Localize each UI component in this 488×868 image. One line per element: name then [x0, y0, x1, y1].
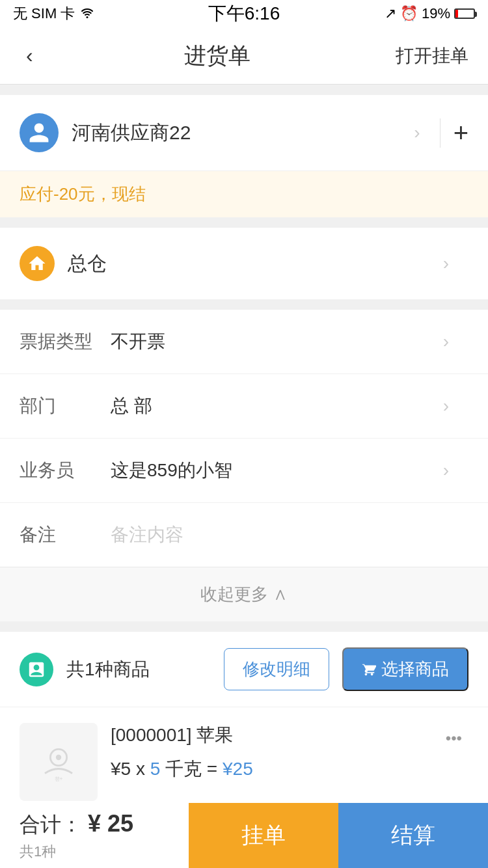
price-separator: x [136, 759, 150, 779]
supplier-section: 河南供应商22 › + 应付-20元，现结 [0, 95, 488, 217]
supplier-avatar [20, 113, 59, 152]
warehouse-row[interactable]: 总仓 › [0, 228, 488, 299]
status-right: ↗ ⏰ 19% [385, 5, 475, 22]
remark-row[interactable]: 备注 备注内容 [0, 503, 488, 567]
department-chevron-icon: › [443, 396, 449, 416]
supplier-row[interactable]: 河南供应商22 › + [0, 95, 488, 171]
select-product-icon [362, 662, 376, 677]
product-info: [0000001] 苹果 ¥5 x 5 千克 = ¥25 [111, 723, 426, 781]
status-left: 无 SIM 卡 [13, 4, 94, 23]
location-icon: ↗ [385, 5, 396, 22]
remark-label: 备注 [20, 522, 111, 547]
salesman-chevron-icon: › [443, 460, 449, 481]
payment-notice: 应付-20元，现结 [0, 171, 488, 217]
section-gap-3 [0, 299, 488, 310]
product-price: ¥5 x 5 千克 = ¥25 [111, 757, 426, 781]
unit-price: ¥5 [111, 759, 131, 779]
hang-button[interactable]: 挂单 [189, 803, 338, 868]
product-code: [0000001] [111, 725, 192, 745]
action-summary-label: 合计： [20, 813, 82, 836]
department-value: 总 部 [111, 394, 443, 418]
status-time: 下午6:16 [208, 1, 280, 26]
product-image: 替+ [20, 723, 98, 801]
quantity: 5 [150, 759, 161, 779]
section-gap-2 [0, 217, 488, 228]
battery-icon [454, 8, 475, 19]
salesman-value: 这是859的小智 [111, 458, 443, 483]
supplier-name: 河南供应商22 [72, 120, 414, 146]
equals: = [207, 759, 223, 779]
product-count-icon [20, 653, 53, 686]
action-total: 合计： ¥ 25 [20, 810, 169, 839]
svg-point-1 [56, 755, 61, 760]
back-button[interactable]: ‹ [20, 37, 40, 74]
department-label: 部门 [20, 394, 111, 418]
collapse-button[interactable]: 收起更多 ∧ [0, 567, 488, 621]
checkout-button[interactable]: 结算 [338, 803, 488, 868]
page-title: 进货单 [184, 41, 251, 71]
action-summary-area: 合计： ¥ 25 共1种 [0, 803, 189, 868]
status-bar: 无 SIM 卡 下午6:16 ↗ ⏰ 19% [0, 0, 488, 27]
invoice-row[interactable]: 票据类型 不开票 › [0, 310, 488, 374]
carrier-text: 无 SIM 卡 [13, 4, 75, 23]
action-bar: 合计： ¥ 25 共1种 挂单 结算 [0, 803, 488, 868]
select-product-button[interactable]: 选择商品 [342, 647, 468, 691]
remark-placeholder: 备注内容 [111, 522, 468, 547]
open-pending-button[interactable]: 打开挂单 [396, 44, 468, 68]
svg-text:替+: 替+ [55, 776, 63, 782]
nav-bar: ‹ 进货单 打开挂单 [0, 27, 488, 85]
action-summary-sub: 共1种 [20, 842, 169, 861]
department-row[interactable]: 部门 总 部 › [0, 374, 488, 439]
warehouse-icon [20, 246, 55, 281]
form-section: 票据类型 不开票 › 部门 总 部 › 业务员 这是859的小智 › 备注 备注… [0, 310, 488, 567]
product-placeholder-icon: 替+ [36, 739, 81, 785]
product-count-text: 共1种商品 [66, 657, 211, 682]
product-title: 苹果 [197, 725, 233, 745]
warehouse-name: 总仓 [68, 251, 443, 277]
product-item: 替+ [0000001] 苹果 ¥5 x 5 千克 = ¥25 ••• [0, 707, 488, 817]
warehouse-chevron-icon: › [443, 253, 449, 274]
wifi-icon [80, 5, 94, 22]
alarm-icon: ⏰ [400, 5, 418, 22]
salesman-row[interactable]: 业务员 这是859的小智 › [0, 439, 488, 503]
section-gap-4 [0, 621, 488, 632]
product-header: 共1种商品 修改明细 选择商品 [0, 632, 488, 707]
section-gap-1 [0, 85, 488, 95]
supplier-chevron-icon: › [414, 122, 420, 143]
action-summary-amount: ¥ 25 [88, 810, 133, 837]
invoice-label: 票据类型 [20, 329, 111, 354]
product-name: [0000001] 苹果 [111, 723, 426, 748]
salesman-label: 业务员 [20, 458, 111, 483]
unit: 千克 [165, 759, 202, 779]
edit-detail-button[interactable]: 修改明细 [224, 648, 329, 690]
total-price: ¥25 [223, 759, 253, 779]
battery-text: 19% [422, 5, 450, 22]
select-product-label: 选择商品 [381, 658, 449, 681]
product-more-button[interactable]: ••• [439, 723, 468, 754]
warehouse-section: 总仓 › [0, 228, 488, 299]
invoice-chevron-icon: › [443, 331, 449, 352]
invoice-value: 不开票 [111, 329, 443, 354]
add-supplier-button[interactable]: + [440, 118, 468, 148]
